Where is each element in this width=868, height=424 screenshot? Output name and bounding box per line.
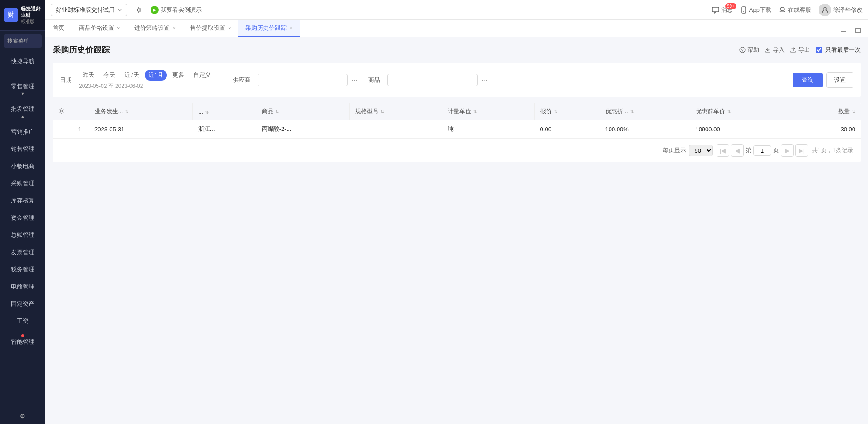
supplier-input[interactable] [258,74,348,86]
col-spec[interactable]: 规格型号 ⇅ [350,103,442,120]
page-header: 采购历史价跟踪 ? 帮助 导入 导出 [53,44,861,55]
tab-price[interactable]: 商品价格设置 × [72,20,127,37]
goods-dots[interactable]: ··· [481,76,487,84]
col-unit-price-sort-icon[interactable]: ⇅ [727,109,731,114]
row-spec-cell [350,120,442,138]
col-unit-price[interactable]: 优惠前单价 ⇅ [690,103,796,120]
window-minimize-button[interactable] [837,24,850,37]
search-menu-button[interactable]: 搜索菜单 [4,34,42,48]
sidebar-item-inventory[interactable]: 库存核算 [0,192,45,209]
filter-card: 日期 昨天 今天 近7天 近1月 更多 自定义 2023-05-02 至 202… [53,63,861,97]
tab-history-price[interactable]: 采购历史价跟踪 × [238,20,299,37]
date-btn-yesterday[interactable]: 昨天 [79,70,98,81]
date-btn-custom[interactable]: 自定义 [190,70,215,81]
checkbox-checked-icon [815,46,823,53]
table-row[interactable]: 1 2023-05-31 浙江... 丙烯酸-2-... 吨 0.00 100.… [53,120,861,138]
user-label: 徐泽华修改 [833,6,863,14]
date-range-display: 2023-05-02 至 2023-06-02 [79,82,215,90]
settings-button[interactable]: 设置 [826,72,853,88]
page-actions: ? 帮助 导入 导出 只看最后一次 [739,46,861,54]
phone-icon [740,6,747,14]
sidebar-item-ecommerce_small[interactable]: 小畅电商 [0,158,45,175]
col-price-sort-icon[interactable]: ⇅ [554,109,557,114]
page-next-button[interactable]: ▶ [781,144,794,157]
per-page-select[interactable]: 50 [689,145,713,156]
date-btn-more[interactable]: 更多 [169,70,188,81]
row-settings-cell [53,120,71,138]
tab-history-price-close[interactable]: × [289,25,292,31]
col-date-sort-icon[interactable]: ⇅ [125,109,128,114]
page-size-wrap: 每页显示 50 [663,145,713,156]
online-service-button[interactable]: 在线客服 [779,6,811,14]
col-goods[interactable]: 商品 ⇅ [256,103,350,120]
sidebar-settings-button[interactable]: ⚙ [0,408,45,424]
col-extra-sort-icon[interactable]: ⇅ [205,110,209,115]
export-button[interactable]: 导出 [790,46,810,54]
topbar-settings-button[interactable] [132,4,145,16]
page-input[interactable] [753,145,771,156]
date-btn-7days[interactable]: 近7天 [121,70,143,81]
sidebar-submenu-icon-retail: ▼ [21,92,25,96]
col-date[interactable]: 业务发生... ⇅ [89,103,193,120]
sidebar-item-retail[interactable]: 零售管理▼ [0,78,45,101]
col-unit-sort-icon[interactable]: ⇅ [473,109,477,114]
col-spec-sort-icon[interactable]: ⇅ [380,109,384,114]
tab-strategy-close[interactable]: × [172,25,175,31]
page-last-button[interactable]: ▶| [795,144,808,157]
sidebar-item-purchase[interactable]: 采购管理 [0,175,45,192]
sidebar-bottom: ⚙ [0,404,45,424]
sidebar-item-fixed_assets[interactable]: 固定资产 [0,295,45,313]
sidebar-item-salary[interactable]: 工资 [0,313,45,330]
sidebar-item-general_ledger[interactable]: 总账管理 [0,226,45,244]
chevron-down-icon [117,8,122,12]
sidebar-dot-smart_mgmt [21,334,24,337]
date-btn-today[interactable]: 今天 [100,70,119,81]
col-goods-sort-icon[interactable]: ⇅ [275,109,279,114]
sidebar-item-wholesale[interactable]: 批发管理▲ [0,101,45,123]
sidebar-item-sales[interactable]: 销售管理 [0,140,45,158]
online-service-label: 在线客服 [788,6,811,14]
sidebar-item-tax[interactable]: 税务管理 [0,261,45,278]
row-date-cell: 2023-05-31 [89,120,193,138]
sidebar-item-smart_mgmt[interactable]: 智能管理 [0,330,45,351]
tab-home[interactable]: 首页 [45,20,72,37]
page-first-button[interactable]: |◀ [717,144,729,157]
page: 采购历史价跟踪 ? 帮助 导入 导出 [45,37,868,169]
col-quantity[interactable]: 数量 ⇅ [796,103,861,120]
window-maximize-button[interactable] [852,24,864,37]
page-prev-button[interactable]: ◀ [731,144,744,157]
query-button[interactable]: 查询 [793,73,823,87]
demo-button[interactable]: ▶ 我要看实例演示 [151,6,202,14]
sidebar-item-finance[interactable]: 资金管理 [0,209,45,226]
col-discount-sort-icon[interactable]: ⇅ [630,109,634,114]
tab-sale-price[interactable]: 售价提取设置 × [183,20,238,37]
svg-point-4 [780,7,784,11]
page-title: 采购历史价跟踪 [53,44,110,55]
sidebar-item-marketing[interactable]: 营销推广 [0,123,45,140]
col-price[interactable]: 报价 ⇅ [535,103,600,120]
row-discount-cell: 100.00% [600,120,690,138]
tab-sale-price-close[interactable]: × [228,25,231,31]
sidebar-item-ecommerce[interactable]: 电商管理 [0,278,45,295]
col-settings[interactable] [53,103,71,120]
only-last-checkbox[interactable]: 只看最后一次 [815,46,861,54]
app-download-button[interactable]: App下载 [740,6,771,14]
col-quantity-sort-icon[interactable]: ⇅ [852,109,855,114]
goods-input[interactable] [387,74,478,86]
sidebar-item-quick-nav[interactable]: 快捷导航 [4,53,42,70]
col-extra[interactable]: ... ⇅ [193,103,256,120]
svg-text:?: ? [741,48,743,53]
version-selector[interactable]: 好业财标准版交付试用 [51,4,127,16]
supplier-dots[interactable]: ··· [351,76,357,84]
help-button[interactable]: ? 帮助 [739,46,759,54]
messages-button[interactable]: 消息 99+ [712,6,733,14]
col-discount[interactable]: 优惠折... ⇅ [600,103,690,120]
date-btn-1month[interactable]: 近1月 [145,70,167,81]
data-table: 业务发生... ⇅ ... ⇅ 商品 ⇅ [53,103,861,138]
col-unit[interactable]: 计量单位 ⇅ [442,103,535,120]
tab-strategy[interactable]: 进价策略设置 × [127,20,182,37]
sidebar-item-invoice[interactable]: 发票管理 [0,244,45,261]
import-button[interactable]: 导入 [765,46,785,54]
user-menu-button[interactable]: 徐泽华修改 [819,4,863,16]
tab-price-close[interactable]: × [117,25,120,31]
